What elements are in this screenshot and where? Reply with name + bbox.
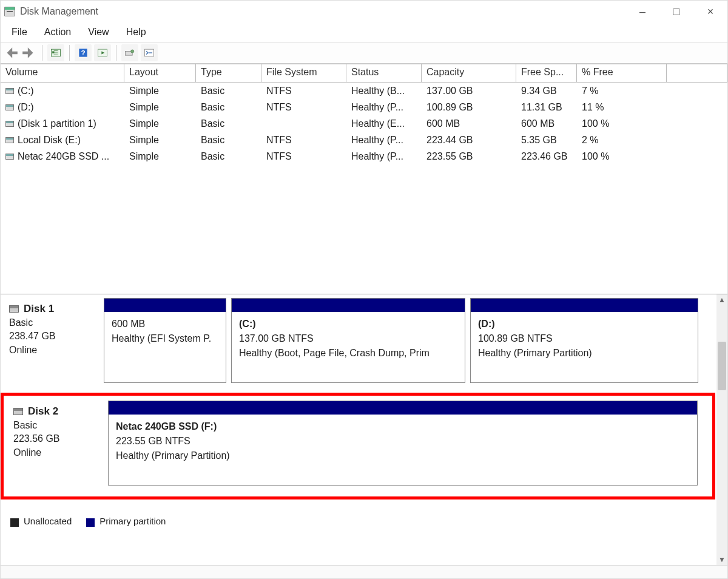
volume-name: Local Disk (E:) bbox=[18, 135, 81, 146]
volume-capacity: 600 MB bbox=[422, 118, 516, 129]
volume-layout: Simple bbox=[124, 86, 196, 96]
col-status[interactable]: Status bbox=[346, 64, 422, 82]
action-icon[interactable] bbox=[94, 44, 111, 61]
volume-free: 223.46 GB bbox=[516, 151, 577, 162]
partition-title: Netac 240GB SSD (F:) bbox=[116, 419, 690, 434]
disk-type: Basic bbox=[13, 419, 102, 432]
volume-icon bbox=[5, 104, 14, 110]
volume-row[interactable]: (C:) Simple Basic NTFS Healthy (B... 137… bbox=[1, 83, 727, 99]
volume-capacity: 137.00 GB bbox=[422, 86, 516, 96]
volume-layout: Simple bbox=[124, 102, 196, 113]
volume-row[interactable]: (D:) Simple Basic NTFS Healthy (P... 100… bbox=[1, 99, 727, 115]
col-filesystem[interactable]: File System bbox=[261, 64, 346, 82]
col-type[interactable]: Type bbox=[196, 64, 261, 82]
forward-button[interactable] bbox=[21, 46, 37, 60]
svg-point-7 bbox=[131, 50, 134, 53]
svg-rect-1 bbox=[52, 52, 54, 53]
col-freespace[interactable]: Free Sp... bbox=[516, 64, 577, 82]
volume-status: Healthy (P... bbox=[346, 151, 422, 162]
refresh-icon[interactable] bbox=[47, 44, 64, 61]
partition-status: Healthy (Boot, Page File, Crash Dump, Pr… bbox=[239, 346, 457, 361]
disk-name: Disk 2 bbox=[28, 404, 58, 419]
disk-status: Online bbox=[13, 446, 102, 459]
partition[interactable]: (D:) 100.89 GB NTFS Healthy (Primary Par… bbox=[470, 298, 698, 383]
volume-icon bbox=[5, 154, 14, 160]
disk-info: Disk 2 Basic 223.56 GB Online bbox=[7, 401, 108, 486]
window-controls: – □ × bbox=[625, 1, 727, 22]
col-spacer bbox=[667, 64, 727, 82]
close-button[interactable]: × bbox=[693, 1, 727, 22]
app-icon bbox=[4, 7, 15, 16]
list-icon[interactable] bbox=[141, 44, 158, 61]
back-button[interactable] bbox=[3, 46, 19, 60]
disk-row[interactable]: Disk 2 Basic 223.56 GB Online Netac 240G… bbox=[7, 401, 709, 486]
partition-title: (C:) bbox=[239, 317, 457, 331]
volume-layout: Simple bbox=[124, 118, 196, 129]
volume-row[interactable]: Netac 240GB SSD ... Simple Basic NTFS He… bbox=[1, 148, 727, 164]
volume-free: 5.35 GB bbox=[516, 135, 577, 146]
partition-header bbox=[104, 299, 226, 312]
volume-status: Healthy (E... bbox=[346, 118, 422, 129]
help-icon[interactable]: ? bbox=[75, 44, 92, 61]
volume-fs: NTFS bbox=[261, 135, 346, 146]
volume-type: Basic bbox=[196, 86, 261, 96]
col-capacity[interactable]: Capacity bbox=[422, 64, 516, 82]
volume-pctfree: 100 % bbox=[577, 118, 667, 129]
scroll-up-icon[interactable]: ▲ bbox=[716, 294, 727, 305]
disk-size: 223.56 GB bbox=[13, 432, 102, 445]
volume-fs: NTFS bbox=[261, 102, 346, 113]
partition[interactable]: 600 MB Healthy (EFI System P. bbox=[104, 298, 226, 383]
settings-icon[interactable] bbox=[121, 44, 138, 61]
volume-row[interactable]: Local Disk (E:) Simple Basic NTFS Health… bbox=[1, 132, 727, 148]
partition-status: Healthy (EFI System P. bbox=[112, 331, 218, 346]
partitions: Netac 240GB SSD (F:) 223.55 GB NTFS Heal… bbox=[108, 401, 709, 486]
vertical-scrollbar[interactable]: ▲ ▼ bbox=[716, 294, 727, 565]
scroll-down-icon[interactable]: ▼ bbox=[716, 554, 727, 565]
partition[interactable]: Netac 240GB SSD (F:) 223.55 GB NTFS Heal… bbox=[108, 401, 698, 486]
volume-name: (D:) bbox=[18, 102, 34, 113]
volume-pctfree: 11 % bbox=[577, 102, 667, 113]
volume-row[interactable]: (Disk 1 partition 1) Simple Basic Health… bbox=[1, 115, 727, 132]
disk-row[interactable]: Disk 1 Basic 238.47 GB Online 600 MB Hea… bbox=[3, 298, 713, 383]
volume-layout: Simple bbox=[124, 135, 196, 146]
volume-type: Basic bbox=[196, 118, 261, 129]
legend-label-primary: Primary partition bbox=[99, 516, 166, 526]
col-volume[interactable]: Volume bbox=[1, 64, 124, 82]
partition-size: 600 MB bbox=[112, 317, 218, 331]
col-pctfree[interactable]: % Free bbox=[577, 64, 667, 82]
volume-type: Basic bbox=[196, 102, 261, 113]
volume-name: Netac 240GB SSD ... bbox=[18, 151, 109, 162]
disk-size: 238.47 GB bbox=[9, 330, 98, 343]
legend-label-unallocated: Unallocated bbox=[24, 516, 72, 526]
maximize-button[interactable]: □ bbox=[659, 1, 693, 22]
volume-pctfree: 7 % bbox=[577, 86, 667, 96]
volume-capacity: 100.89 GB bbox=[422, 102, 516, 113]
menu-view[interactable]: View bbox=[79, 24, 117, 40]
disk-icon bbox=[9, 305, 19, 313]
volume-status: Healthy (B... bbox=[346, 86, 422, 96]
volume-fs: NTFS bbox=[261, 86, 346, 96]
menu-help[interactable]: Help bbox=[118, 24, 155, 40]
title-bar: Disk Management – □ × bbox=[1, 1, 727, 22]
volume-capacity: 223.44 GB bbox=[422, 135, 516, 146]
volume-list-body: (C:) Simple Basic NTFS Healthy (B... 137… bbox=[1, 83, 727, 294]
col-layout[interactable]: Layout bbox=[124, 64, 196, 82]
status-bar bbox=[1, 565, 727, 578]
volume-list-header: Volume Layout Type File System Status Ca… bbox=[1, 64, 727, 83]
partition-status: Healthy (Primary Partition) bbox=[116, 449, 690, 463]
partition-header bbox=[109, 401, 697, 415]
disk-icon bbox=[13, 408, 23, 415]
partition-size: 137.00 GB NTFS bbox=[239, 331, 457, 346]
menu-action[interactable]: Action bbox=[36, 24, 79, 40]
volume-layout: Simple bbox=[124, 151, 196, 162]
volume-capacity: 223.55 GB bbox=[422, 151, 516, 162]
volume-free: 11.31 GB bbox=[516, 102, 577, 113]
volume-icon bbox=[5, 137, 14, 143]
partition-status: Healthy (Primary Partition) bbox=[478, 346, 690, 361]
disk-status: Online bbox=[9, 344, 98, 357]
minimize-button[interactable]: – bbox=[625, 1, 659, 22]
scrollbar-thumb[interactable] bbox=[718, 342, 726, 390]
partition[interactable]: (C:) 137.00 GB NTFS Healthy (Boot, Page … bbox=[231, 298, 465, 383]
menu-file[interactable]: File bbox=[3, 24, 36, 40]
app-window: Disk Management – □ × File Action View H… bbox=[0, 0, 728, 579]
